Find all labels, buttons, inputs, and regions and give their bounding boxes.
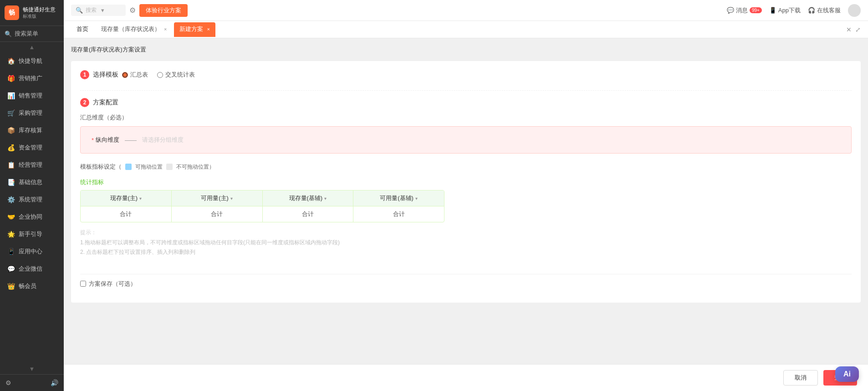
col2-chevron[interactable]: ▾ — [230, 196, 233, 201]
tab-inventory-label: 现存量（库存状况表） — [101, 25, 160, 33]
sidebar: 畅 畅捷通好生意 标准版 🔍 搜索菜单 ▲ 🏠 快捷导航 🎁 营销推广 📊 销售… — [0, 0, 64, 391]
stats-section-label: 统计指标 — [80, 178, 852, 186]
scroll-up-btn[interactable]: ▲ — [0, 42, 64, 52]
stats-col-3[interactable]: 现存量(基辅) ▾ — [263, 190, 354, 206]
search-icon: 🔍 — [5, 31, 12, 37]
topbar-left: 🔍 搜索 ▾ ⚙ 体验行业方案 — [71, 4, 721, 17]
logo-text: 畅捷通好生意 标准版 — [23, 6, 56, 20]
step1-section: 1 选择模板 汇总表 交叉统计表 — [80, 70, 852, 79]
message-badge: 99+ — [750, 7, 762, 13]
tab-inventory-status[interactable]: 现存量（库存状况表） × — [96, 22, 172, 37]
sidebar-item-purchase[interactable]: 🛒 采购管理 — [0, 104, 64, 122]
topbar: 🔍 搜索 ▾ ⚙ 体验行业方案 💬 消息 99+ 📱 App下载 🎧 在线客服 — [64, 0, 868, 21]
customer-service-item[interactable]: 🎧 在线客服 — [808, 6, 841, 15]
cancel-button[interactable]: 取消 — [783, 370, 818, 386]
template-indicator-section: 模板指标设定（ 可拖动位置 不可拖动位置） — [80, 163, 852, 171]
box-icon: 📦 — [7, 127, 15, 134]
step-divider-1 — [80, 90, 852, 91]
tab-home-label: 首页 — [77, 25, 88, 33]
user-avatar[interactable] — [848, 4, 861, 17]
stats-col-2[interactable]: 可用量(主) ▾ — [172, 190, 263, 206]
non-draggable-indicator — [166, 164, 173, 170]
gear-icon: ⚙️ — [7, 196, 15, 203]
col3-chevron[interactable]: ▾ — [324, 196, 327, 201]
stats-header-row: 现存量(主) ▾ 可用量(主) ▾ 现存量(基辅) ▾ 可用量(基辅) — [81, 190, 444, 206]
sidebar-search[interactable]: 🔍 搜索菜单 — [0, 26, 64, 42]
handshake-icon: 🤝 — [7, 213, 15, 221]
logo-icon: 畅 — [5, 5, 19, 20]
search-dropdown-icon[interactable]: ▾ — [101, 7, 104, 14]
page-title: 现存量(库存状况表)方案设置 — [71, 46, 861, 54]
footer-settings-icon[interactable]: ⚙ — [5, 379, 11, 386]
col1-chevron[interactable]: ▾ — [139, 196, 142, 201]
topbar-settings-icon[interactable]: ⚙ — [129, 6, 136, 15]
step2-section: 2 方案配置 汇总维度（必选） * 纵向维度 —— 请选择分组维度 模板指标设定… — [80, 98, 852, 263]
stats-cell-0-0: 合计 — [81, 206, 172, 222]
phone-download-icon: 📱 — [769, 7, 776, 14]
sidebar-item-wechat[interactable]: 💬 企业微信 — [0, 260, 64, 278]
ai-float-button[interactable]: Ai — [835, 366, 859, 382]
step2-badge: 2 — [80, 98, 89, 107]
step2-header: 2 方案配置 — [80, 98, 852, 107]
step1-badge: 1 — [80, 70, 89, 79]
template-radio-group: 汇总表 交叉统计表 — [122, 71, 195, 79]
sidebar-item-sales[interactable]: 📊 销售管理 — [0, 87, 64, 104]
draggable-indicator — [125, 164, 132, 170]
footer-audio-icon[interactable]: 🔊 — [51, 379, 58, 386]
stats-cell-0-2: 合计 — [263, 206, 354, 222]
radio-cross[interactable]: 交叉统计表 — [157, 71, 195, 79]
stats-col-1[interactable]: 现存量(主) ▾ — [81, 190, 172, 206]
sidebar-item-cooperation[interactable]: 🤝 企业协同 — [0, 208, 64, 226]
sidebar-item-inventory[interactable]: 📦 库存核算 — [0, 122, 64, 139]
scroll-down-btn[interactable]: ▼ — [0, 364, 64, 374]
settings-panel: 1 选择模板 汇总表 交叉统计表 — [71, 61, 861, 303]
stats-col-4[interactable]: 可用量(基辅) ▾ — [353, 190, 444, 206]
content-area: 现存量(库存状况表)方案设置 1 选择模板 汇总表 交叉统计表 — [64, 38, 868, 364]
dimension-box[interactable]: * 纵向维度 —— 请选择分组维度 — [80, 126, 852, 154]
dimension-placeholder: 请选择分组维度 — [142, 136, 184, 144]
sidebar-logo: 畅 畅捷通好生意 标准版 — [0, 0, 64, 26]
dimension-field-label: 纵向维度 — [96, 136, 119, 144]
tips-section: 提示： 1.拖动标题栏可以调整布局，不可跨维度或指标区域拖动任何目字段(只能在同… — [80, 222, 852, 263]
trial-industry-button[interactable]: 体验行业方案 — [139, 4, 188, 17]
save-option-label: 方案保存（可选） — [89, 280, 136, 288]
sidebar-item-member[interactable]: 👑 畅会员 — [0, 278, 64, 295]
stats-table: 现存量(主) ▾ 可用量(主) ▾ 现存量(基辅) ▾ 可用量(基辅) — [80, 190, 444, 222]
save-checkbox[interactable] — [80, 281, 86, 287]
tabbar-actions: ✕ ⤢ — [846, 26, 861, 33]
sidebar-item-finance[interactable]: 💰 资金管理 — [0, 139, 64, 156]
sidebar-item-quick-nav[interactable]: 🏠 快捷导航 — [0, 52, 64, 70]
dimension-arrow: —— — [125, 137, 137, 144]
indicator-label: 模板指标设定（ 可拖动位置 不可拖动位置） — [80, 163, 852, 171]
close-tab-icon[interactable]: ✕ — [846, 26, 852, 33]
search-bar-icon: 🔍 — [76, 7, 83, 14]
app-download-item[interactable]: 📱 App下载 — [769, 6, 801, 15]
sidebar-item-newbie[interactable]: 🌟 新手引导 — [0, 226, 64, 243]
tab-home[interactable]: 首页 — [71, 22, 94, 37]
gift-icon: 🎁 — [7, 75, 15, 82]
topbar-search-area[interactable]: 🔍 搜索 ▾ — [71, 5, 126, 16]
chart-icon: 📊 — [7, 92, 15, 99]
tab-new-plan-close[interactable]: × — [207, 26, 209, 32]
sidebar-item-operation[interactable]: 📋 经营管理 — [0, 156, 64, 174]
col4-chevron[interactable]: ▾ — [415, 196, 418, 201]
message-icon: 💬 — [727, 7, 734, 14]
message-item[interactable]: 💬 消息 99+ — [727, 6, 762, 15]
expand-icon[interactable]: ⤢ — [855, 26, 861, 33]
tab-new-plan-label: 新建方案 — [179, 25, 203, 33]
tab-inventory-close[interactable]: × — [164, 26, 167, 32]
step1-header: 1 选择模板 汇总表 交叉统计表 — [80, 70, 852, 79]
sidebar-item-app-center[interactable]: 📱 应用中心 — [0, 243, 64, 260]
sidebar-item-marketing[interactable]: 🎁 营销推广 — [0, 70, 64, 87]
sidebar-item-system[interactable]: ⚙️ 系统管理 — [0, 191, 64, 208]
stats-cell-0-1: 合计 — [172, 206, 263, 222]
radio-summary[interactable]: 汇总表 — [122, 71, 148, 79]
money-icon: 💰 — [7, 144, 15, 151]
sidebar-item-basic[interactable]: 📑 基础信息 — [0, 174, 64, 191]
topbar-right: 💬 消息 99+ 📱 App下载 🎧 在线客服 — [727, 4, 861, 17]
home-icon: 🏠 — [7, 57, 15, 65]
tabbar: 首页 现存量（库存状况表） × 新建方案 × ✕ ⤢ — [64, 21, 868, 38]
star-icon: 🌟 — [7, 231, 15, 238]
tab-new-plan[interactable]: 新建方案 × — [174, 22, 215, 37]
summary-dimension-label: 汇总维度（必选） — [80, 113, 852, 122]
